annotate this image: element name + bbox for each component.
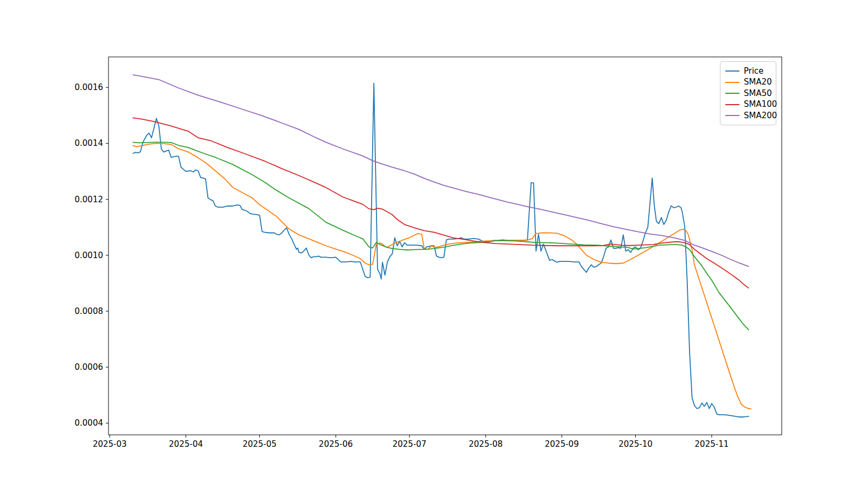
y-tick-label: 0.0016 [75,82,104,92]
series-line-sma200 [133,75,749,266]
x-tick-label: 2025-05 [242,439,277,449]
x-tick-label: 2025-10 [618,439,653,449]
legend-entry-sma200: SMA200 [725,110,771,121]
y-tick-label: 0.0010 [75,251,104,260]
legend-line-swatch [725,70,739,72]
legend-line-swatch [725,104,739,105]
y-tick-label: 0.0006 [75,362,104,372]
legend-line-swatch [725,93,739,94]
legend-entry-price: Price [725,66,771,77]
legend-label: SMA200 [744,112,777,120]
x-tick-label: 2025-06 [319,439,353,449]
legend-label: Price [744,67,764,75]
series-line-price [133,84,749,417]
x-tick-label: 2025-04 [169,439,203,449]
legend-line-swatch [725,115,739,116]
legend-entry-sma50: SMA50 [725,88,771,99]
legend-label: SMA100 [744,100,777,108]
x-tick-label: 2025-11 [695,439,729,449]
x-tick-label: 2025-09 [545,439,579,449]
x-tick-label: 2025-03 [93,439,127,449]
y-tick-label: 0.0004 [75,418,104,428]
legend-label: SMA50 [744,89,772,98]
legend-entry-sma100: SMA100 [725,99,771,111]
legend-entry-sma20: SMA20 [725,77,771,88]
y-tick-label: 0.0012 [75,195,104,204]
legend-line-swatch [725,82,739,83]
x-tick-label: 2025-08 [469,439,503,449]
chart-figure: 2025-032025-042025-052025-062025-072025-… [0,0,868,488]
x-tick-label: 2025-07 [392,439,426,449]
legend: PriceSMA20SMA50SMA100SMA200 [720,61,776,125]
series-line-sma50 [133,142,749,330]
legend-label: SMA20 [744,78,772,86]
series-line-sma20 [133,143,751,409]
y-tick-label: 0.0014 [75,138,104,148]
series-line-sma100 [133,118,749,288]
y-tick-label: 0.0008 [75,306,104,316]
